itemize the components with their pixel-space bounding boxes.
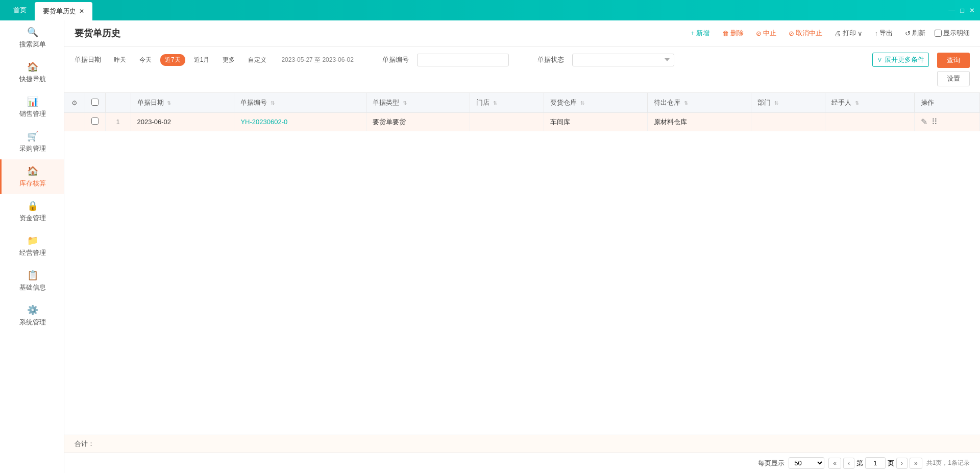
page-size-select[interactable]: 50 10 20 100 [789,457,824,469]
col-req-warehouse[interactable]: 要货仓库 ⇅ [544,93,648,113]
col-department-label: 部门 [757,99,771,106]
column-settings-icon[interactable]: ⚙ [71,99,78,107]
select-all-checkbox[interactable] [91,99,99,106]
stop-button[interactable]: ⊘ 中止 [753,27,779,40]
col-pending-warehouse[interactable]: 待出仓库 ⇅ [648,93,751,113]
window-close-btn[interactable]: ✕ [969,7,975,14]
window-minimize-btn[interactable]: — [948,7,955,14]
quick-nav-icon: 🏠 [27,61,38,73]
col-pending-warehouse-label: 待出仓库 [654,99,680,106]
col-settings[interactable]: ⚙ [64,93,85,113]
date-filter-buttons: 昨天 今天 近7天 近1月 更多 自定义 [109,54,271,66]
page-title: 要货单历史 [75,27,120,39]
row-store [470,113,544,131]
col-date[interactable]: 单据日期 ⇅ [131,93,234,113]
pagination-bar: 每页显示 50 10 20 100 « ‹ 第 页 › » 共1页，1条记录 [64,453,980,473]
sidebar-item-operations-label: 经营管理 [19,248,46,257]
sidebar-item-finance[interactable]: 🔒 资金管理 [0,194,64,229]
sidebar-item-operations[interactable]: 📁 经营管理 [0,229,64,264]
sidebar-item-system[interactable]: ⚙️ 系统管理 [0,298,64,333]
date-btn-today[interactable]: 今天 [135,54,156,66]
date-btn-more[interactable]: 更多 [218,54,239,66]
col-date-sort-icon: ⇅ [167,100,171,106]
col-checkbox[interactable] [85,93,105,113]
sales-icon: 📊 [27,96,38,107]
col-date-label: 单据日期 [137,99,164,106]
table-footer: 合计： [64,435,980,453]
col-req-warehouse-label: 要货仓库 [550,99,577,106]
print-icon: 🖨 [835,30,841,37]
refresh-button[interactable]: ↺ 刷新 [902,27,928,40]
system-icon: ⚙️ [27,304,38,316]
page-label: 第 [856,459,863,468]
top-bar: 首页 要货单历史 ✕ — □ ✕ [0,0,980,20]
first-page-btn[interactable]: « [828,458,841,469]
col-department[interactable]: 部门 ⇅ [751,93,825,113]
row-delete-btn[interactable]: ⠿ [932,117,938,127]
finance-icon: 🔒 [27,200,38,211]
row-checkbox[interactable] [91,117,99,125]
sidebar-item-quick-nav[interactable]: 🏠 快捷导航 [0,55,64,90]
table-container: ⚙ 单据日期 ⇅ 单据编号 ⇅ [64,93,980,435]
sidebar-item-inventory[interactable]: 🏠 库存核算 [0,159,64,194]
window-maximize-btn[interactable]: □ [960,7,964,14]
next-page-btn[interactable]: › [896,458,908,469]
delete-button-label: 删除 [730,29,744,38]
sidebar-item-search-menu[interactable]: 🔍 搜索菜单 [0,20,64,55]
inventory-icon: 🏠 [27,165,38,177]
delete-icon: 🗑 [722,30,729,37]
print-button[interactable]: 🖨 打印 ∨ [831,27,866,40]
refresh-button-label: 刷新 [912,29,925,38]
tab-requisition-history[interactable]: 要货单历史 ✕ [35,2,92,20]
print-dropdown-icon: ∨ [857,30,863,37]
col-store[interactable]: 门店 ⇅ [470,93,544,113]
export-icon: ↑ [875,30,878,37]
export-button[interactable]: ↑ 导出 [872,27,896,40]
date-btn-custom[interactable]: 自定义 [243,54,271,66]
show-detail-toggle[interactable]: 显示明细 [935,29,970,38]
last-page-btn[interactable]: » [910,458,922,469]
date-btn-last1month[interactable]: 近1月 [189,54,214,66]
sidebar: 🔍 搜索菜单 🏠 快捷导航 📊 销售管理 🛒 采购管理 🏠 库存核算 🔒 资金管… [0,20,64,473]
delete-button[interactable]: 🗑 删除 [719,27,747,40]
sidebar-item-basic-info[interactable]: 📋 基础信息 [0,264,64,298]
row-req-warehouse: 车间库 [544,113,648,131]
date-filter-label: 单据日期 [75,55,101,64]
query-button[interactable]: 查询 [937,53,970,68]
col-bill-type[interactable]: 单据类型 ⇅ [366,93,470,113]
expand-more-btn[interactable]: ∨ 展开更多条件 [872,53,929,67]
tab-home[interactable]: 首页 [5,0,35,20]
date-btn-last7days[interactable]: 近7天 [160,54,185,66]
row-bill-no-link[interactable]: YH-20230602-0 [240,118,287,126]
table-row: 1 2023-06-02 YH-20230602-0 要货单要货 车间库 原材料… [64,113,980,131]
show-detail-checkbox[interactable] [935,30,942,37]
status-select[interactable] [572,54,674,66]
col-actions-label: 操作 [921,99,934,106]
col-handler[interactable]: 经手人 ⇅ [825,93,914,113]
bill-no-input[interactable] [417,54,509,66]
row-bill-type: 要货单要货 [366,113,470,131]
prev-page-btn[interactable]: ‹ [843,458,854,469]
col-bill-no[interactable]: 单据编号 ⇅ [234,93,366,113]
col-department-sort-icon: ⇅ [774,100,778,106]
sidebar-item-search-menu-label: 搜索菜单 [19,40,46,49]
table-body: 1 2023-06-02 YH-20230602-0 要货单要货 车间库 原材料… [64,113,980,131]
new-button[interactable]: + 新增 [688,27,713,40]
row-edit-btn[interactable]: ✎ [921,117,927,127]
expand-more-label: ∨ 展开更多条件 [877,55,924,64]
col-store-sort-icon: ⇅ [493,100,497,106]
col-req-warehouse-sort-icon: ⇅ [580,100,584,106]
tab-close-icon[interactable]: ✕ [79,8,84,15]
page-input[interactable] [865,457,886,469]
sidebar-item-sales[interactable]: 📊 销售管理 [0,90,64,125]
sidebar-item-purchase[interactable]: 🛒 采购管理 [0,125,64,159]
col-bill-no-sort-icon: ⇅ [271,100,275,106]
sidebar-item-sales-label: 销售管理 [19,109,46,119]
settings-button[interactable]: 设置 [937,71,970,86]
filter-area: 单据日期 昨天 今天 近7天 近1月 更多 自定义 2023-05-27 至 2… [64,46,980,93]
cancel-stop-button[interactable]: ⊘ 取消中止 [786,27,825,40]
row-actions-cell: ✎ ⠿ [914,113,979,131]
date-btn-yesterday[interactable]: 昨天 [109,54,131,66]
stop-icon: ⊘ [756,30,762,37]
row-checkbox-cell[interactable] [85,113,105,131]
